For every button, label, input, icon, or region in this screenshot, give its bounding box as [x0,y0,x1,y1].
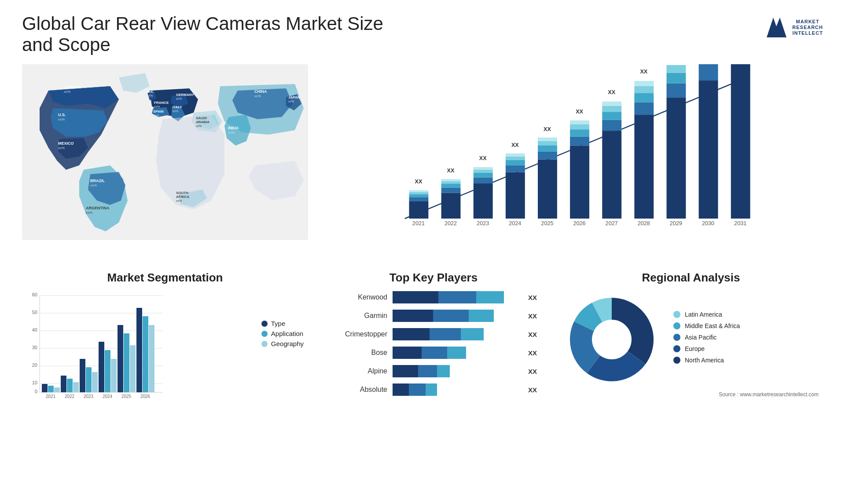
seg-legend: Type Application Geography [261,298,304,350]
svg-rect-128 [80,359,85,392]
svg-text:xx%: xx% [288,100,294,103]
svg-text:ITALY: ITALY [173,105,182,109]
svg-text:ARABIA: ARABIA [196,120,209,124]
svg-text:2031: 2031 [734,220,746,226]
svg-text:BRAZIL: BRAZIL [90,179,105,183]
bar-chart-svg: XX 2021 XX 2022 [330,64,814,236]
player-name-garmin: Garmin [330,312,387,320]
svg-marker-0 [767,18,786,37]
svg-rect-66 [538,145,557,152]
asia-pacific-dot [673,334,680,341]
source-text: Source : www.marketresearchintellect.com [563,391,819,398]
svg-rect-82 [602,102,621,106]
legend-europe: Europe [673,345,819,352]
svg-rect-126 [73,382,79,392]
svg-rect-80 [602,112,621,120]
svg-text:CHINA: CHINA [254,89,267,94]
map-container: CANADA xx% U.S. xx% MEXICO xx% BRAZIL xx… [22,64,308,240]
svg-rect-121 [48,386,54,392]
svg-rect-60 [506,157,525,160]
svg-rect-124 [61,376,66,392]
bar-seg1 [393,310,433,322]
svg-rect-138 [130,345,136,392]
player-bar-garmin [393,310,519,322]
bar-chart-container: XX 2021 XX 2022 [330,64,814,236]
bar-seg1 [393,291,438,303]
geo-dot [261,341,268,347]
bar-seg2 [438,291,476,303]
app-dot [261,331,268,337]
donut-container: Latin America Middle East & Africa Asia … [563,291,819,388]
svg-text:xx%: xx% [153,114,159,117]
logo-area: MARKET RESEARCH INTELLECT [764,15,823,40]
svg-text:2028: 2028 [638,220,650,226]
svg-rect-57 [506,172,525,219]
svg-rect-65 [538,152,557,160]
svg-text:xx%: xx% [228,131,235,135]
svg-rect-75 [570,121,589,124]
player-value-alpine: XX [528,368,537,375]
svg-rect-37 [409,197,429,201]
svg-rect-122 [54,387,60,392]
legend-asia-pacific: Asia Pacific [673,334,819,341]
svg-text:GERMANY: GERMANY [176,93,195,97]
bar-seg3 [447,347,466,359]
svg-rect-120 [42,384,48,392]
player-row-garmin: Garmin XX [330,310,537,322]
svg-rect-136 [118,325,123,392]
regional-legend: Latin America Middle East & Africa Asia … [673,311,819,368]
svg-rect-78 [602,131,621,219]
svg-text:FRANCE: FRANCE [154,101,169,105]
svg-text:2022: 2022 [445,220,457,226]
svg-text:2030: 2030 [702,220,714,226]
bar-seg3 [437,365,450,377]
svg-rect-61 [506,153,525,157]
seg-legend-type: Type [261,320,304,327]
svg-text:xx%: xx% [154,105,160,108]
svg-rect-72 [570,137,589,146]
player-row-kenwood: Kenwood XX [330,291,537,303]
svg-rect-64 [538,159,557,219]
svg-rect-79 [602,120,621,131]
bar-seg1 [393,347,422,359]
europe-label: Europe [685,345,705,352]
svg-text:2026: 2026 [140,394,151,399]
svg-rect-59 [506,160,525,165]
svg-text:2025: 2025 [541,220,553,226]
svg-rect-46 [441,181,461,184]
bottom-grid: Market Segmentation 60 50 40 30 20 10 0 [22,271,823,403]
me-africa-dot [673,322,680,329]
svg-text:XX: XX [576,109,583,115]
svg-rect-141 [143,316,148,392]
player-name-alpine: Alpine [330,367,387,375]
forecast-chart-section: XX 2021 XX 2022 [321,64,823,253]
svg-text:xx%: xx% [176,199,182,202]
svg-text:XX: XX [415,179,422,185]
svg-text:xx%: xx% [176,97,182,100]
svg-text:SOUTH: SOUTH [176,191,188,195]
regional-section: Regional Analysis [559,271,823,403]
svg-text:xx%: xx% [58,146,65,150]
svg-text:20: 20 [32,362,37,368]
svg-rect-87 [634,93,654,102]
me-africa-label: Middle East & Africa [685,322,740,329]
svg-rect-81 [602,106,621,112]
svg-rect-133 [105,350,110,392]
player-bar-kenwood [393,291,519,303]
regional-title: Regional Analysis [563,271,819,285]
svg-text:SAUDI: SAUDI [196,116,207,120]
svg-rect-36 [409,201,429,219]
bar-seg3 [469,310,494,322]
svg-text:XX: XX [479,155,487,161]
svg-text:2023: 2023 [84,394,94,399]
svg-rect-86 [634,102,654,115]
bar-seg3 [476,291,504,303]
player-value-kenwood: XX [528,294,537,301]
app-label: Application [271,330,303,337]
svg-rect-88 [634,86,654,93]
north-america-dot [673,357,680,364]
svg-text:60: 60 [32,292,37,297]
svg-rect-40 [409,190,429,192]
svg-text:xx%: xx% [64,90,70,94]
svg-text:2029: 2029 [670,220,682,226]
